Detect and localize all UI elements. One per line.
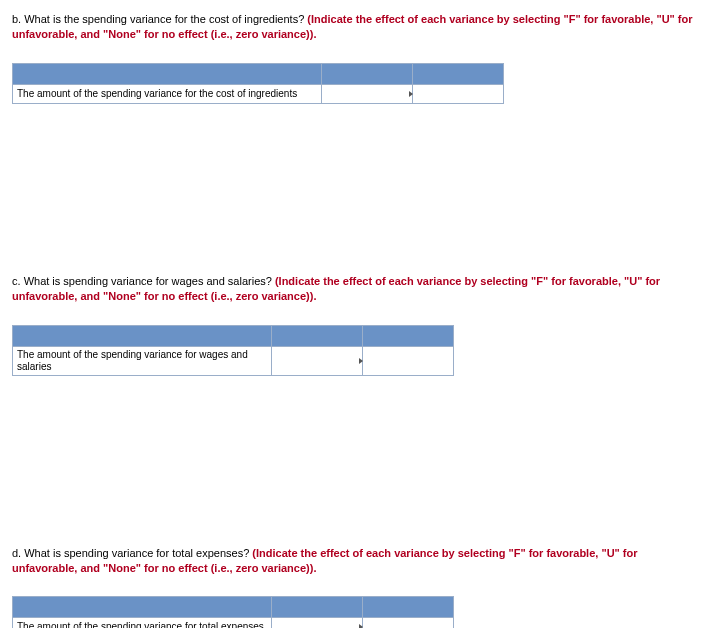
question-b-body: What is the spending variance for the co… xyxy=(24,13,304,25)
row-d-value1-cell[interactable] xyxy=(272,618,363,628)
row-d-label: The amount of the spending variance for … xyxy=(13,618,272,628)
row-b-value1-input[interactable] xyxy=(322,85,412,103)
table-d-header-col2 xyxy=(363,597,454,618)
question-d-prefix: d. xyxy=(12,547,24,559)
variance-table-c: The amount of the spending variance for … xyxy=(12,325,454,376)
question-d: d. What is spending variance for total e… xyxy=(12,546,696,628)
row-d-value2-cell[interactable] xyxy=(363,618,454,628)
row-b-label: The amount of the spending variance for … xyxy=(13,84,322,103)
row-b-value1-cell[interactable] xyxy=(322,84,413,103)
table-b-header-col2 xyxy=(413,63,504,84)
question-b-prefix: b. xyxy=(12,13,24,25)
row-c-value1-input[interactable] xyxy=(272,347,362,375)
table-d-header-col1 xyxy=(272,597,363,618)
question-b: b. What is the spending variance for the… xyxy=(12,12,696,104)
row-c-label: The amount of the spending variance for … xyxy=(13,346,272,375)
table-row: The amount of the spending variance for … xyxy=(13,618,454,628)
table-row: The amount of the spending variance for … xyxy=(13,346,454,375)
table-b-header-label xyxy=(13,63,322,84)
variance-table-d: The amount of the spending variance for … xyxy=(12,596,454,628)
table-c-header-label xyxy=(13,325,272,346)
variance-table-b: The amount of the spending variance for … xyxy=(12,63,504,104)
row-c-value2-input[interactable] xyxy=(363,347,453,375)
row-d-value2-input[interactable] xyxy=(363,618,453,628)
question-d-body: What is spending variance for total expe… xyxy=(24,547,249,559)
table-c-header-col1 xyxy=(272,325,363,346)
table-row: The amount of the spending variance for … xyxy=(13,84,504,103)
question-d-text: d. What is spending variance for total e… xyxy=(12,546,696,577)
question-c-body: What is spending variance for wages and … xyxy=(24,275,272,287)
row-b-value2-cell[interactable] xyxy=(413,84,504,103)
question-c: c. What is spending variance for wages a… xyxy=(12,274,696,376)
row-d-value1-input[interactable] xyxy=(272,618,362,628)
row-c-value1-cell[interactable] xyxy=(272,346,363,375)
table-d-header-label xyxy=(13,597,272,618)
row-c-value2-cell[interactable] xyxy=(363,346,454,375)
question-c-prefix: c. xyxy=(12,275,24,287)
question-c-text: c. What is spending variance for wages a… xyxy=(12,274,696,305)
table-c-header-col2 xyxy=(363,325,454,346)
table-b-header-col1 xyxy=(322,63,413,84)
question-b-text: b. What is the spending variance for the… xyxy=(12,12,696,43)
row-b-value2-input[interactable] xyxy=(413,85,503,103)
